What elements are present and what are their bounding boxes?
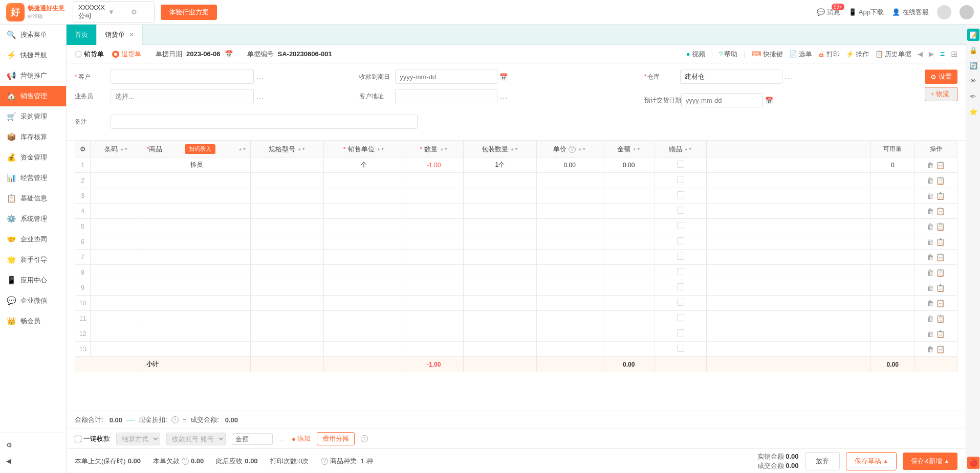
sort-product-icon[interactable]: ▲▼ (238, 147, 247, 151)
sidebar-settings-button[interactable]: ⚙ (0, 437, 66, 453)
sidebar-item-enterprise[interactable]: 🤝 企业协同 (0, 229, 66, 250)
sidebar-collapse-button[interactable]: ◀ (0, 453, 66, 469)
delete-row-btn-4[interactable]: 🗑 (927, 207, 934, 215)
delete-row-btn-9[interactable]: 🗑 (927, 284, 934, 292)
right-panel-notes-btn[interactable]: 📝 (967, 29, 979, 41)
copy-row-btn-10[interactable]: 📋 (936, 299, 945, 307)
delete-row-btn-8[interactable]: 🗑 (927, 268, 934, 277)
fee-help-icon[interactable]: ? (361, 435, 368, 442)
tab-home[interactable]: 首页 (67, 25, 97, 45)
next-nav[interactable]: ▶ (929, 50, 934, 58)
unit-price-help-icon[interactable]: ? (569, 146, 576, 153)
list-view-btn[interactable]: ≡ (940, 50, 945, 59)
gift-checkbox-12[interactable] (677, 329, 684, 336)
gift-checkbox-6[interactable] (677, 237, 684, 244)
sidebar-item-base[interactable]: 📋 基础信息 (0, 188, 66, 209)
customer-addr-input[interactable] (395, 89, 497, 103)
gift-checkbox-13[interactable] (677, 345, 684, 352)
salesperson-dots-btn[interactable]: … (256, 92, 264, 100)
right-panel-alert-btn[interactable]: 🔴 (967, 457, 979, 469)
gift-checkbox-1[interactable] (677, 161, 684, 168)
avatar[interactable] (937, 5, 951, 19)
message-button[interactable]: 💬 消息 99+ (817, 8, 840, 17)
delete-row-btn-6[interactable]: 🗑 (927, 238, 934, 246)
copy-row-btn-12[interactable]: 📋 (936, 330, 945, 338)
sidebar-item-system[interactable]: ⚙️ 系统管理 (0, 209, 66, 229)
gift-checkbox-2[interactable] (677, 176, 684, 183)
trial-button[interactable]: 体验行业方案 (161, 5, 217, 20)
customer-input[interactable] (111, 70, 254, 84)
delete-row-btn-1[interactable]: 🗑 (927, 161, 934, 169)
copy-row-btn-8[interactable]: 📋 (936, 268, 945, 277)
video-action[interactable]: ● 视频 (686, 50, 705, 59)
delete-row-btn-11[interactable]: 🗑 (927, 314, 934, 323)
copy-row-btn-4[interactable]: 📋 (936, 207, 945, 215)
add-payment-button[interactable]: ● 添加 (292, 434, 311, 443)
customer-dots-btn[interactable]: … (256, 73, 264, 81)
sort-pkg-icon[interactable]: ▲▼ (510, 147, 518, 151)
shortcut-action[interactable]: ⌨ 快捷键 (752, 50, 783, 59)
app-download-button[interactable]: 📱 App下载 (848, 8, 884, 17)
history-action[interactable]: 📋 历史单据 (875, 50, 911, 59)
sidebar-item-search[interactable]: 🔍 搜索菜单 (0, 25, 66, 45)
copy-row-btn-5[interactable]: 📋 (936, 222, 945, 231)
warehouse-dots-btn[interactable]: … (785, 73, 793, 81)
due-date-calendar-icon[interactable]: 📅 (499, 73, 508, 81)
save-new-button[interactable]: 保存&新增 ▲ (903, 453, 957, 470)
scan-button[interactable]: 扫码录入 (185, 144, 215, 154)
account-select[interactable]: 收款账号 账号 (166, 433, 226, 445)
help-action[interactable]: ? 帮助 (719, 50, 737, 59)
right-panel-lock-btn[interactable]: 🔒 (967, 44, 979, 56)
owe-help-icon[interactable]: ? (182, 458, 189, 465)
col-setting[interactable]: ⚙ (75, 141, 91, 157)
right-panel-edit-btn[interactable]: ✏ (967, 90, 979, 102)
sidebar-item-guide[interactable]: 🌟 新手引导 (0, 250, 66, 270)
delete-row-btn-3[interactable]: 🗑 (927, 192, 934, 200)
product-help-icon[interactable]: ? (321, 458, 328, 465)
sort-amount-icon[interactable]: ▲▼ (633, 147, 641, 151)
copy-row-btn-2[interactable]: 📋 (936, 176, 945, 185)
expected-date-calendar-icon[interactable]: 📅 (765, 97, 773, 104)
right-panel-eye-btn[interactable]: 👁 (967, 75, 979, 87)
delete-row-btn-5[interactable]: 🗑 (927, 222, 934, 231)
online-service-button[interactable]: 👤 在线客服 (892, 8, 929, 17)
copy-row-btn-13[interactable]: 📋 (936, 345, 945, 353)
discard-button[interactable]: 放弃 (805, 452, 840, 470)
sidebar-item-purchase[interactable]: 🛒 采购管理 (0, 106, 66, 127)
settings-button[interactable]: ⚙ 设置 (925, 70, 957, 84)
gift-checkbox-7[interactable] (677, 253, 684, 260)
avatar2[interactable] (960, 5, 974, 19)
prev-nav[interactable]: ◀ (918, 50, 923, 58)
select-action[interactable]: 📄 选单 (789, 50, 812, 59)
sidebar-item-apps[interactable]: 📱 应用中心 (0, 270, 66, 290)
sort-unit-icon[interactable]: ▲▼ (377, 147, 385, 151)
column-setting-icon[interactable]: ⚙ (80, 145, 86, 153)
print-action[interactable]: 🖨 打印 (818, 50, 840, 59)
copy-row-btn-7[interactable]: 📋 (936, 253, 945, 261)
copy-row-btn-11[interactable]: 📋 (936, 314, 945, 323)
company-selector[interactable]: XXXXXX公司 ▼ ⚙ (73, 1, 155, 23)
gift-checkbox-11[interactable] (677, 314, 684, 321)
payment-method-select[interactable]: 结算方式 (116, 433, 160, 445)
dots-icon[interactable]: … (279, 435, 286, 443)
remarks-input[interactable] (111, 115, 418, 129)
copy-row-btn-9[interactable]: 📋 (936, 284, 945, 292)
sort-price-icon[interactable]: ▲▼ (578, 147, 586, 151)
sort-spec-icon[interactable]: ▲▼ (297, 147, 306, 151)
gift-checkbox-9[interactable] (677, 283, 684, 290)
sidebar-item-inventory[interactable]: 📦 库存核算 (0, 127, 66, 147)
one-click-payment-checkbox[interactable]: 一键收款 (75, 434, 110, 443)
gift-checkbox-5[interactable] (677, 222, 684, 229)
radio-sales-order[interactable]: 销货单 (75, 50, 104, 59)
gift-checkbox-10[interactable] (677, 299, 684, 306)
sidebar-item-finance[interactable]: 💰 资金管理 (0, 147, 66, 168)
right-panel-refresh-btn[interactable]: 🔄 (967, 59, 979, 72)
copy-row-btn-1[interactable]: 📋 (936, 161, 945, 169)
sidebar-item-quick-nav[interactable]: ⚡ 快捷导航 (0, 45, 66, 65)
delete-row-btn-12[interactable]: 🗑 (927, 330, 934, 338)
warehouse-input[interactable] (680, 70, 782, 84)
operation-action[interactable]: ⚡ 操作 (846, 50, 869, 59)
gift-checkbox-3[interactable] (677, 191, 684, 198)
gift-checkbox-4[interactable] (677, 207, 684, 214)
save-draft-button[interactable]: 保存草稿 ▲ (846, 452, 897, 470)
